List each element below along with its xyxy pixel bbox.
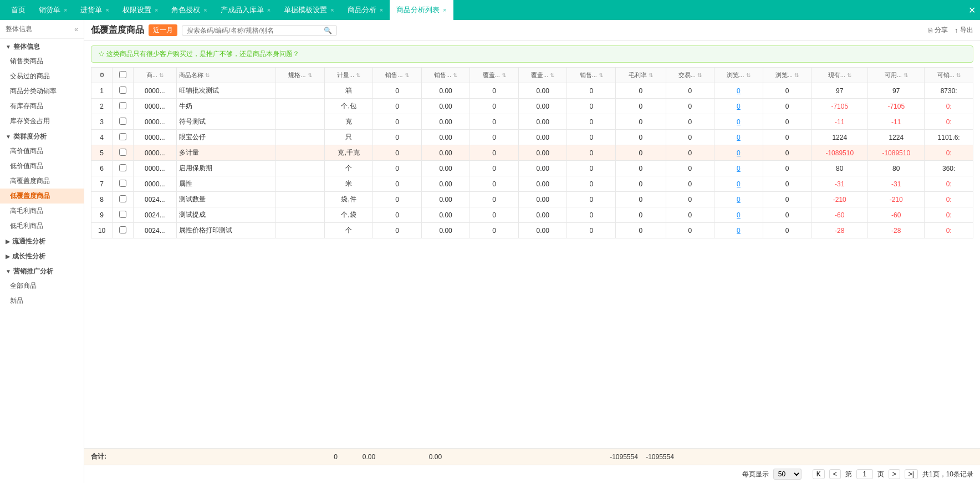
cell-sales-x: 0 <box>567 99 616 114</box>
th-cover2[interactable]: 覆盖... ⇅ <box>518 68 567 83</box>
row-checkbox[interactable] <box>119 180 126 187</box>
th-sales-qty[interactable]: 销售... ⇅ <box>373 68 422 83</box>
nav-tab-permission-close[interactable]: × <box>155 7 158 13</box>
nav-tab-purchase[interactable]: 进货单 × <box>74 0 115 20</box>
row-checkbox[interactable] <box>119 133 126 140</box>
cell-sellable: 0: <box>925 223 973 238</box>
page-number-input[interactable] <box>856 469 873 479</box>
sidebar-item-category-rate[interactable]: 商品分类动销率 <box>0 84 84 99</box>
th-unit[interactable]: 计量... ⇅ <box>324 68 373 83</box>
row-checkbox[interactable] <box>119 195 126 202</box>
last-page-button[interactable]: >| <box>905 469 918 479</box>
export-button[interactable]: ↑ 导出 <box>955 26 973 35</box>
th-current[interactable]: 现有... ⇅ <box>811 68 868 83</box>
th-name[interactable]: 商品名称 ⇅ <box>176 68 275 83</box>
cell-name: 属性 <box>176 176 275 192</box>
cell-browse1: 0 <box>714 130 763 145</box>
cell-check <box>113 130 134 145</box>
nav-tab-role[interactable]: 角色授权 × <box>165 0 213 20</box>
select-all-checkbox[interactable] <box>119 71 126 78</box>
row-checkbox[interactable] <box>119 149 126 156</box>
sidebar-item-high-margin[interactable]: 高毛利商品 <box>0 204 84 218</box>
th-gross-rate[interactable]: 毛利率 ⇅ <box>615 68 666 83</box>
row-checkbox[interactable] <box>119 164 126 171</box>
cell-unit: 袋,件 <box>324 192 373 207</box>
th-available[interactable]: 可用... ⇅ <box>868 68 925 83</box>
sidebar-item-traded-goods[interactable]: 交易过的商品 <box>0 69 84 84</box>
sidebar-item-capital[interactable]: 库存资金占用 <box>0 114 84 129</box>
sidebar-item-high-value[interactable]: 高价值商品 <box>0 144 84 159</box>
cell-sales-qty: 0 <box>373 207 422 223</box>
sidebar-item-high-coverage[interactable]: 高覆盖度商品 <box>0 174 84 189</box>
section-arrow-marketing: ▼ <box>6 268 11 274</box>
sidebar-item-all-goods[interactable]: 全部商品 <box>0 278 84 293</box>
share-button[interactable]: ⎘ 分享 <box>928 26 948 35</box>
next-page-button[interactable]: > <box>889 469 900 479</box>
row-checkbox[interactable] <box>119 226 126 233</box>
sidebar-item-new-goods[interactable]: 新品 <box>0 293 84 308</box>
info-banner: ☆ 这类商品只有很少客户购买过，是推广不够，还是商品本身问题？ <box>91 45 973 63</box>
nav-tab-purchase-close[interactable]: × <box>105 7 109 13</box>
row-checkbox[interactable] <box>119 102 126 109</box>
th-spec[interactable]: 规格... ⇅ <box>276 68 325 83</box>
th-browse1[interactable]: 浏览... ⇅ <box>714 68 763 83</box>
nav-tab-role-close[interactable]: × <box>203 7 207 13</box>
cell-cover1: 0 <box>470 145 519 161</box>
export-label: 导出 <box>960 26 973 35</box>
table-row: 5 0000... 多计量 克,千克 0 0.00 0 0.00 0 0 0 0… <box>91 145 973 161</box>
sidebar-item-with-stock[interactable]: 有库存商品 <box>0 99 84 114</box>
nav-tab-analysis-list-close[interactable]: × <box>443 7 446 13</box>
sidebar-item-low-margin[interactable]: 低毛利商品 <box>0 218 84 233</box>
sidebar-section-marketing[interactable]: ▼ 营销推广分析 <box>0 263 84 278</box>
cell-available: 80 <box>868 161 925 176</box>
sidebar-section-growth[interactable]: ▶ 成长性分析 <box>0 248 84 263</box>
cell-sales-amt: 0.00 <box>421 130 470 145</box>
search-icon[interactable]: 🔍 <box>324 27 332 34</box>
th-code[interactable]: 商... ⇅ <box>133 68 176 83</box>
nav-tab-permission[interactable]: 权限设置 × <box>116 0 165 20</box>
th-sales-amt[interactable]: 销售... ⇅ <box>421 68 470 83</box>
th-sales-x[interactable]: 销售... ⇅ <box>567 68 616 83</box>
sidebar-item-low-value[interactable]: 低价值商品 <box>0 159 84 174</box>
sidebar-item-low-coverage[interactable]: 低覆盖度商品 <box>0 189 84 204</box>
cell-check <box>113 223 134 238</box>
search-input[interactable] <box>187 27 321 34</box>
nav-tab-analysis-list[interactable]: 商品分析列表 × <box>390 0 453 20</box>
cell-sales-qty: 0 <box>373 223 422 238</box>
sidebar-section-overall[interactable]: ▼ 整体信息 <box>0 39 84 54</box>
row-checkbox[interactable] <box>119 211 126 218</box>
section-arrow-cluster: ▼ <box>6 134 11 140</box>
nav-tab-template-close[interactable]: × <box>330 7 334 13</box>
period-button[interactable]: 近一月 <box>149 24 177 36</box>
sidebar-section-cluster[interactable]: ▼ 类群度分析 <box>0 129 84 144</box>
sidebar-section-flow[interactable]: ▶ 流通性分析 <box>0 233 84 248</box>
cell-spec <box>276 145 325 161</box>
settings-icon[interactable]: ⚙ <box>99 72 105 78</box>
th-cover1[interactable]: 覆盖... ⇅ <box>470 68 519 83</box>
row-checkbox[interactable] <box>119 87 126 94</box>
cell-sales-qty: 0 <box>373 114 422 130</box>
nav-tab-analysis-close[interactable]: × <box>380 7 383 13</box>
first-page-button[interactable]: K <box>813 469 825 479</box>
cell-sales-x: 0 <box>567 223 616 238</box>
page-size-select[interactable]: 50 100 200 <box>773 469 802 480</box>
cell-cover1: 0 <box>470 176 519 192</box>
nav-tab-analysis[interactable]: 商品分析 × <box>341 0 390 20</box>
row-checkbox[interactable] <box>119 118 126 125</box>
cell-trade: 0 <box>666 99 714 114</box>
nav-tab-product-in-close[interactable]: × <box>267 7 270 13</box>
th-trade[interactable]: 交易... ⇅ <box>666 68 714 83</box>
nav-tab-home[interactable]: 首页 <box>4 0 32 20</box>
nav-tab-product-in[interactable]: 产成品入库单 × <box>214 0 277 20</box>
nav-tab-sales-close[interactable]: × <box>64 7 67 13</box>
prev-page-button[interactable]: < <box>829 469 841 479</box>
sidebar-collapse-icon[interactable]: « <box>74 26 78 33</box>
nav-tab-template[interactable]: 单据模板设置 × <box>277 0 340 20</box>
window-close-button[interactable]: ✕ <box>968 5 976 16</box>
total-current: -1095554 <box>606 453 642 461</box>
sidebar-item-sales-goods[interactable]: 销售类商品 <box>0 54 84 69</box>
th-browse2[interactable]: 浏览... ⇅ <box>763 68 811 83</box>
th-sellable[interactable]: 可销... ⇅ <box>925 68 973 83</box>
nav-tab-sales[interactable]: 销货单 × <box>32 0 74 20</box>
total-label: 合计: <box>91 452 106 461</box>
